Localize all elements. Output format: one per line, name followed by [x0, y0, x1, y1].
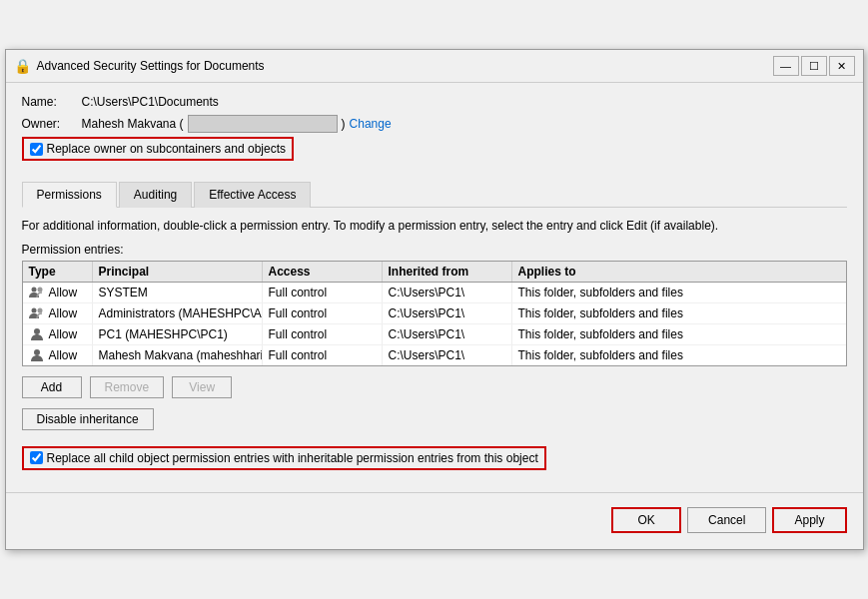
table-header: Type Principal Access Inherited from App… [23, 262, 846, 283]
apply-button[interactable]: Apply [772, 507, 846, 533]
row0-applies: This folder, subfolders and files [512, 283, 846, 302]
ok-button[interactable]: OK [611, 507, 681, 533]
table-row[interactable]: Allow SYSTEM Full control C:\Users\PC1\ … [23, 283, 846, 303]
row2-type-text: Allow [49, 327, 78, 341]
col-type: Type [23, 262, 93, 282]
row2-inherited: C:\Users\PC1\ [383, 324, 512, 344]
row3-type: Allow [23, 345, 93, 365]
svg-point-5 [34, 349, 40, 355]
row1-access: Full control [263, 303, 383, 323]
row1-principal: Administrators (MAHESHPC\A... [93, 303, 263, 323]
col-applies: Applies to [512, 262, 846, 282]
permissions-table: Type Principal Access Inherited from App… [22, 261, 847, 366]
title-bar-left: 🔒 Advanced Security Settings for Documen… [14, 58, 265, 74]
tab-effective-access[interactable]: Effective Access [194, 182, 311, 208]
description-text: For additional information, double-click… [22, 218, 847, 235]
col-principal: Principal [93, 262, 263, 282]
replace-owner-checkbox[interactable] [30, 143, 43, 156]
row3-access: Full control [263, 345, 383, 365]
row0-type: Allow [23, 283, 93, 302]
svg-point-3 [37, 307, 42, 312]
row2-principal: PC1 (MAHESHPC\PC1) [93, 324, 263, 344]
row1-applies: This folder, subfolders and files [512, 303, 846, 323]
row0-inherited: C:\Users\PC1\ [383, 283, 512, 302]
name-label: Name: [22, 95, 82, 109]
change-link[interactable]: Change [350, 117, 392, 131]
disable-inheritance-button[interactable]: Disable inheritance [22, 408, 154, 430]
row2-applies: This folder, subfolders and files [512, 324, 846, 344]
group-icon [29, 305, 45, 321]
user-icon [29, 347, 45, 363]
minimize-button[interactable]: — [773, 56, 799, 76]
replace-child-label: Replace all child object permission entr… [47, 451, 538, 465]
tab-auditing[interactable]: Auditing [119, 182, 192, 208]
dialog-buttons: OK Cancel Apply [22, 501, 847, 537]
row3-principal: Mahesh Makvana (maheshhari... [93, 345, 263, 365]
svg-point-4 [34, 328, 40, 334]
row1-type-text: Allow [49, 306, 78, 320]
window-title: Advanced Security Settings for Documents [37, 59, 265, 73]
owner-label: Owner: [22, 117, 82, 131]
replace-child-checkbox[interactable] [30, 451, 43, 464]
svg-point-0 [31, 287, 36, 292]
row3-type-text: Allow [49, 348, 78, 362]
owner-name: Mahesh Makvana ( [82, 117, 184, 131]
name-row: Name: C:\Users\PC1\Documents [22, 95, 847, 109]
user-icon [29, 326, 45, 342]
close-button[interactable]: ✕ [829, 56, 855, 76]
svg-point-2 [31, 307, 36, 312]
action-buttons-row: Add Remove View [22, 376, 847, 398]
cancel-button[interactable]: Cancel [687, 507, 766, 533]
view-button[interactable]: View [172, 376, 232, 398]
tab-permissions[interactable]: Permissions [22, 182, 117, 208]
add-button[interactable]: Add [22, 376, 82, 398]
permission-entries-label: Permission entries: [22, 243, 847, 257]
row1-type: Allow [23, 303, 93, 323]
remove-button[interactable]: Remove [90, 376, 165, 398]
table-row[interactable]: Allow Mahesh Makvana (maheshhari... Full… [23, 345, 846, 365]
col-inherited: Inherited from [383, 262, 512, 282]
maximize-button[interactable]: ☐ [801, 56, 827, 76]
title-bar: 🔒 Advanced Security Settings for Documen… [6, 50, 863, 83]
name-value: C:\Users\PC1\Documents [82, 95, 219, 109]
row0-principal: SYSTEM [93, 283, 263, 302]
row3-inherited: C:\Users\PC1\ [383, 345, 512, 365]
main-window: 🔒 Advanced Security Settings for Documen… [5, 49, 864, 550]
owner-textbox [188, 115, 338, 133]
group-icon [29, 285, 45, 300]
col-access: Access [263, 262, 383, 282]
content-area: Name: C:\Users\PC1\Documents Owner: Mahe… [6, 83, 863, 549]
owner-value: Mahesh Makvana ( ) Change [82, 115, 392, 133]
divider [6, 492, 863, 493]
replace-child-checkbox-row[interactable]: Replace all child object permission entr… [22, 446, 546, 470]
window-icon: 🔒 [14, 58, 31, 74]
owner-paren-close: ) [342, 117, 346, 131]
row2-access: Full control [263, 324, 383, 344]
table-row[interactable]: Allow Administrators (MAHESHPC\A... Full… [23, 303, 846, 324]
svg-point-1 [37, 287, 42, 292]
row2-type: Allow [23, 324, 93, 344]
title-bar-controls: — ☐ ✕ [773, 56, 855, 76]
row1-inherited: C:\Users\PC1\ [383, 303, 512, 323]
table-row[interactable]: Allow PC1 (MAHESHPC\PC1) Full control C:… [23, 324, 846, 345]
row0-type-text: Allow [49, 286, 78, 300]
tabs-container: Permissions Auditing Effective Access [22, 181, 847, 208]
row3-applies: This folder, subfolders and files [512, 345, 846, 365]
replace-owner-checkbox-row[interactable]: Replace owner on subcontainers and objec… [22, 137, 294, 161]
replace-owner-label: Replace owner on subcontainers and objec… [47, 142, 286, 156]
owner-row: Owner: Mahesh Makvana ( ) Change [22, 115, 847, 133]
row0-access: Full control [263, 283, 383, 302]
